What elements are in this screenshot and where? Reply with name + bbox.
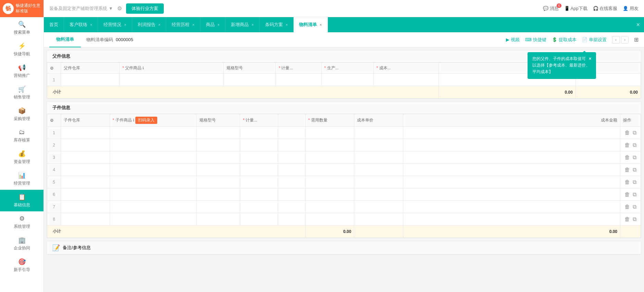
child-unit-3[interactable]	[240, 151, 278, 164]
user-menu[interactable]: 👤 用友	[623, 5, 639, 12]
grid-view-icon[interactable]: ⊞	[634, 36, 639, 43]
system-selector[interactable]: 装备及固定资产辅助管理系统 ▼	[49, 5, 113, 12]
tab-new-goods-close[interactable]: ×	[251, 23, 253, 27]
child-unit-4[interactable]	[240, 164, 278, 176]
tab-profit-close[interactable]: ×	[158, 23, 160, 27]
prev-arrow[interactable]: ‹	[612, 36, 620, 44]
child-product-3[interactable]	[110, 151, 197, 164]
sub-tab-bom-list[interactable]: 物料清单	[49, 32, 81, 47]
child-warehouse-7[interactable]	[61, 201, 110, 213]
view-action[interactable]: ▶ 视频	[506, 37, 520, 43]
child-spec-2[interactable]	[197, 139, 240, 151]
child-product-6[interactable]	[110, 188, 197, 201]
tab-operations-close[interactable]: ×	[124, 23, 126, 27]
tab-customer-close[interactable]: ×	[90, 23, 92, 27]
delete-icon-8[interactable]: 🗑	[624, 216, 630, 222]
tab-barcode-close[interactable]: ×	[286, 23, 288, 27]
parent-product-1[interactable]	[120, 74, 224, 86]
extract-cost-action[interactable]: 💲 提取成本	[552, 37, 577, 43]
copy-icon-3[interactable]: ⧉	[633, 154, 636, 161]
child-spec-1[interactable]	[197, 127, 240, 139]
parent-cost-1[interactable]	[373, 74, 438, 86]
child-spec-8[interactable]	[197, 213, 240, 225]
sidebar-item-system[interactable]: ⚙ 系统管理	[0, 211, 44, 233]
child-unit-6[interactable]	[240, 188, 278, 201]
tab-profit[interactable]: 利润报告 ×	[132, 17, 166, 32]
sidebar-item-purchase[interactable]: 📦 采购管理	[0, 104, 44, 125]
copy-icon-4[interactable]: ⧉	[633, 167, 636, 173]
shortcut-action[interactable]: ⌨ 快捷键	[525, 37, 546, 43]
child-unit-price-3[interactable]	[354, 151, 403, 164]
scan-btn[interactable]: 扫码录入	[135, 117, 157, 124]
copy-icon-5[interactable]: ⧉	[633, 179, 636, 185]
child-spec-3[interactable]	[197, 151, 240, 164]
single-settings-action[interactable]: 📄 单据设置	[582, 37, 607, 43]
child-unit-7[interactable]	[240, 201, 278, 213]
settings-icon[interactable]: ⚙	[117, 5, 122, 12]
child-warehouse-8[interactable]	[61, 213, 110, 225]
next-arrow[interactable]: ›	[621, 36, 629, 44]
child-warehouse-1[interactable]	[61, 127, 110, 139]
tab-history-close[interactable]: ×	[192, 23, 194, 27]
child-qty-1[interactable]	[305, 127, 354, 139]
tab-barcode[interactable]: 条码方案 ×	[260, 17, 294, 32]
copy-icon-6[interactable]: ⧉	[633, 191, 636, 198]
child-warehouse-3[interactable]	[61, 151, 110, 164]
child-warehouse-2[interactable]	[61, 139, 110, 151]
child-unit-1[interactable]	[240, 127, 278, 139]
trial-btn[interactable]: 体验行业方案	[126, 3, 164, 14]
parent-spec-1[interactable]	[224, 74, 276, 86]
sidebar-item-enterprise[interactable]: 🏢 企业协同	[0, 233, 44, 255]
child-unit-price-6[interactable]	[354, 188, 403, 201]
copy-icon-1[interactable]: ⧉	[633, 130, 636, 136]
bottom-tab[interactable]: 📝 备注/参考信息	[47, 241, 641, 255]
sidebar-item-quick-nav[interactable]: ⚡ 快捷导航	[0, 39, 44, 60]
child-qty-2[interactable]	[305, 139, 354, 151]
parent-produce-1[interactable]	[321, 74, 373, 86]
delete-icon-5[interactable]: 🗑	[624, 179, 630, 185]
child-product-2[interactable]	[110, 139, 197, 151]
child-product-5[interactable]	[110, 176, 197, 188]
copy-icon-7[interactable]: ⧉	[633, 204, 636, 210]
app-download[interactable]: 📱 App下载	[564, 5, 587, 12]
child-spec-6[interactable]	[197, 188, 240, 201]
child-product-7[interactable]	[110, 201, 197, 213]
tab-goods[interactable]: 商品 ×	[200, 17, 225, 32]
child-qty-3[interactable]	[305, 151, 354, 164]
copy-icon-2[interactable]: ⧉	[633, 142, 636, 148]
sidebar-item-inventory[interactable]: 🗂 库存核算	[0, 125, 44, 147]
tab-new-goods[interactable]: 新增商品 ×	[225, 17, 259, 32]
tooltip-close-btn[interactable]: ×	[589, 56, 591, 62]
parent-warehouse-1[interactable]	[61, 74, 120, 86]
child-unit-5[interactable]	[240, 176, 278, 188]
child-unit-price-1[interactable]	[354, 127, 403, 139]
tab-close-all[interactable]: ×	[632, 21, 644, 28]
child-unit-8[interactable]	[240, 213, 278, 225]
delete-icon-1[interactable]: 🗑	[624, 130, 630, 136]
child-spec-7[interactable]	[197, 201, 240, 213]
child-qty-8[interactable]	[305, 213, 354, 225]
tab-goods-close[interactable]: ×	[218, 23, 220, 27]
tab-customer[interactable]: 客户联络 ×	[64, 17, 98, 32]
child-warehouse-6[interactable]	[61, 188, 110, 201]
sidebar-item-basic-info[interactable]: 📋 基础信息	[0, 190, 44, 211]
online-service[interactable]: 🎧 在线客服	[593, 5, 618, 12]
parent-unit-1[interactable]	[276, 74, 321, 86]
child-qty-6[interactable]	[305, 188, 354, 201]
child-unit-2[interactable]	[240, 139, 278, 151]
copy-icon-8[interactable]: ⧉	[633, 216, 636, 222]
child-unit-price-7[interactable]	[354, 201, 403, 213]
child-qty-7[interactable]	[305, 201, 354, 213]
child-qty-5[interactable]	[305, 176, 354, 188]
message-badge[interactable]: 💬 消息 6	[543, 5, 559, 12]
child-product-1[interactable]	[110, 127, 197, 139]
child-product-8[interactable]	[110, 213, 197, 225]
delete-icon-4[interactable]: 🗑	[624, 167, 630, 173]
sidebar-item-marketing[interactable]: 📢 营销推广	[0, 60, 44, 82]
tab-history[interactable]: 经营历程 ×	[166, 17, 200, 32]
child-unit-price-4[interactable]	[354, 164, 403, 176]
tab-operations[interactable]: 经营情况 ×	[98, 17, 132, 32]
delete-icon-2[interactable]: 🗑	[624, 142, 630, 148]
child-product-4[interactable]	[110, 164, 197, 176]
tab-bom[interactable]: 物料清单 ×	[294, 17, 327, 32]
